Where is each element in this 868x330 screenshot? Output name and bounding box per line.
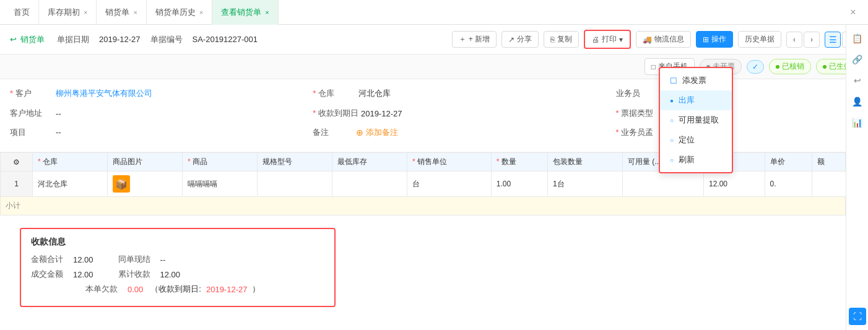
copy-button[interactable]: ⎘ 复制 xyxy=(544,31,579,48)
subtotal-label: 小计 xyxy=(1,197,846,215)
row-available xyxy=(623,172,704,197)
total-value: 12.00 xyxy=(73,255,93,264)
plus-icon: ⊕ xyxy=(356,128,363,137)
check-icon: ✓ xyxy=(752,63,758,71)
owed-item: 本单欠款 0.00 （收款到期日: 2019-12-27 ） xyxy=(85,284,260,295)
cancelled-dot xyxy=(776,65,779,69)
same-order-label: 同单现结 xyxy=(118,254,155,265)
share-label: 分享 xyxy=(517,34,532,45)
outbound-label: 出库 xyxy=(679,95,695,106)
tab-view-sales-label: 查看销货单 xyxy=(221,7,261,18)
logistics-button[interactable]: 🚚 物流信息 xyxy=(636,31,691,48)
check-icon-badge[interactable]: ✓ xyxy=(747,60,764,74)
new-button[interactable]: ＋ + 新增 xyxy=(452,31,497,48)
doc-actions: ＋ + 新增 ↗ 分享 ⎘ 复制 🖨 打印 ▾ xyxy=(452,30,858,49)
share-button[interactable]: ↗ 分享 xyxy=(501,31,539,48)
payment-container: 收款信息 金额合计 12.00 同单现结 -- 成交金额 12.00 xyxy=(0,215,868,319)
radio-active-icon: ● xyxy=(670,97,674,104)
copy-icon: ⎘ xyxy=(550,35,555,44)
project-field: 项目 -- xyxy=(10,126,313,138)
doc-type-title: ↩ 销货单 xyxy=(10,34,45,45)
dropdown-available-qty[interactable]: ○ 可用量提取 xyxy=(660,110,732,130)
locate-label: 定位 xyxy=(679,134,695,145)
total-label: 金额合计 xyxy=(31,254,68,265)
operation-dropdown: ☐ 添发票 ● 出库 ○ 可用量提取 ○ 定位 ○ 刷新 xyxy=(659,67,733,173)
logistics-icon: 🚚 xyxy=(643,35,652,44)
sidebar-chart-icon[interactable]: 📊 xyxy=(849,114,866,131)
refresh-label: 刷新 xyxy=(679,154,695,165)
transaction-item: 成交金额 12.00 xyxy=(31,269,93,280)
available-qty-label: 可用量提取 xyxy=(679,115,719,126)
staff-label: 业务员 xyxy=(616,88,659,99)
nav-next-button[interactable]: › xyxy=(804,32,820,48)
row-product: 嗝嗝嗝嗝 xyxy=(183,172,258,197)
row-quantity: 1.00 xyxy=(491,172,547,197)
owed-date: 2019-12-27 xyxy=(206,285,248,294)
total-item: 金额合计 12.00 xyxy=(31,254,93,265)
col-product: * 商品 xyxy=(183,153,258,172)
number-value: SA-20191227-001 xyxy=(193,35,258,44)
tab-sales-history[interactable]: 销货单历史 × xyxy=(147,0,212,25)
close-all-button[interactable]: × xyxy=(843,2,863,22)
ticket-type-label: 票据类型 xyxy=(616,108,659,119)
due-date-value: 2019-12-27 xyxy=(358,108,405,119)
sidebar-expand-icon[interactable]: ⛶ xyxy=(849,308,866,325)
tab-home[interactable]: 首页 xyxy=(5,0,39,25)
owed-note: （收款到期日: xyxy=(150,284,201,295)
due-date-field: 收款到期日 2019-12-27 xyxy=(313,108,615,119)
operation-button[interactable]: ⊞ 操作 xyxy=(696,31,733,48)
operation-grid-icon: ⊞ xyxy=(703,35,709,44)
tab-home-label: 首页 xyxy=(14,7,30,18)
new-icon: ＋ xyxy=(459,34,466,45)
tab-sales-close[interactable]: × xyxy=(133,9,137,16)
checkbox-icon: ☐ xyxy=(670,76,677,85)
due-date-label: 收款到期日 xyxy=(313,108,358,119)
number-label: 单据编号 xyxy=(150,34,183,45)
tab-view-sales[interactable]: 查看销货单 × xyxy=(212,0,278,25)
sidebar-clipboard-icon[interactable]: 📋 xyxy=(849,30,866,47)
col-min-stock: 最低库存 xyxy=(332,153,407,172)
history-button[interactable]: 历史单据 xyxy=(738,31,781,48)
dropdown-add-invoice[interactable]: ☐ 添发票 xyxy=(660,71,732,90)
tab-view-sales-close[interactable]: × xyxy=(265,9,269,16)
tab-sales-history-close[interactable]: × xyxy=(199,9,203,16)
dropdown-refresh[interactable]: ○ 刷新 xyxy=(660,150,732,170)
row-sales-unit: 台 xyxy=(407,172,491,197)
staff-field: 业务员 演示账号 xyxy=(616,87,858,100)
radio-icon-1: ○ xyxy=(670,117,674,124)
warehouse-label: 仓库 xyxy=(313,88,356,99)
tab-sales-history-label: 销货单历史 xyxy=(155,7,196,18)
dropdown-outbound[interactable]: ● 出库 xyxy=(660,90,732,110)
row-current-qty: 12.00 xyxy=(703,172,765,197)
list-view-button[interactable]: ☰ xyxy=(825,32,841,48)
row-unit-price: 0. xyxy=(765,172,812,197)
logistics-label: 物流信息 xyxy=(654,34,684,45)
print-icon: 🖨 xyxy=(592,35,599,44)
transaction-label: 成交金额 xyxy=(31,269,68,280)
salesperson-field: 业务员孟 -- xyxy=(616,126,858,138)
doc-meta: 单据日期 2019-12-27 单据编号 SA-20191227-001 xyxy=(57,34,258,45)
print-button[interactable]: 🖨 打印 ▾ xyxy=(586,32,629,47)
payment-row-1: 金额合计 12.00 同单现结 -- xyxy=(31,254,324,265)
sidebar-link-icon[interactable]: 🔗 xyxy=(849,51,866,68)
sidebar-reply-icon[interactable]: ↩ xyxy=(849,72,866,89)
add-remark-button[interactable]: ⊕ 添加备注 xyxy=(356,127,398,138)
owed-value: 0.00 xyxy=(128,285,143,294)
col-warehouse: * 仓库 xyxy=(33,153,108,172)
salesperson-label: 业务员孟 xyxy=(616,127,659,138)
doc-icon: ↩ xyxy=(10,35,17,44)
tab-inventory-label: 库存期初 xyxy=(48,7,80,18)
col-sales-unit: * 销售单位 xyxy=(407,153,491,172)
nav-prev-button[interactable]: ‹ xyxy=(786,32,802,48)
tab-inventory-close[interactable]: × xyxy=(84,9,87,16)
project-value: -- xyxy=(53,126,64,138)
address-value: -- xyxy=(53,108,64,119)
cancelled-badge[interactable]: 已核销 xyxy=(769,59,811,74)
tab-sales[interactable]: 销货单 × xyxy=(97,0,146,25)
sidebar-user-icon[interactable]: 👤 xyxy=(849,93,866,110)
tab-inventory[interactable]: 库存期初 × xyxy=(39,0,97,25)
customer-value[interactable]: 柳州粤港平安气体有限公司 xyxy=(53,87,155,100)
print-arrow-icon: ▾ xyxy=(619,35,623,44)
row-warehouse: 河北仓库 xyxy=(33,172,108,197)
dropdown-locate[interactable]: ○ 定位 xyxy=(660,130,732,150)
